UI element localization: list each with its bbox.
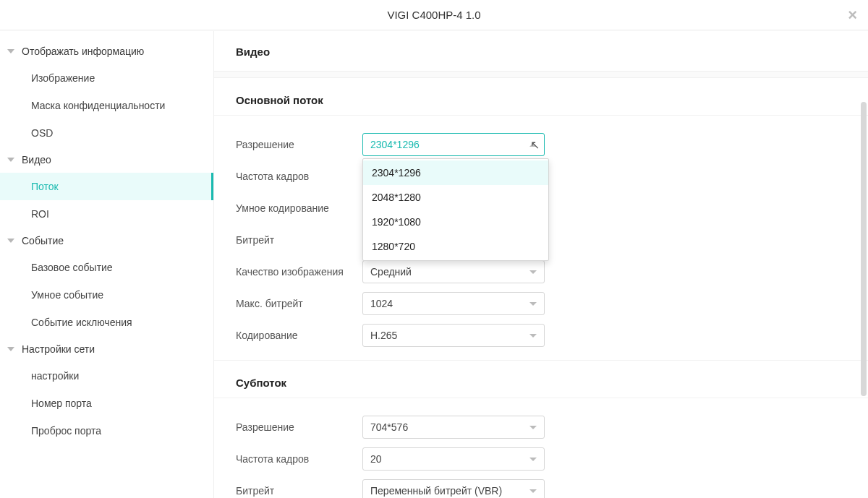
sub-stream-title: Субпоток [214,361,868,398]
sidebar-item-port[interactable]: Номер порта [0,390,213,417]
label-quality: Качество изображения [236,266,362,278]
nav-group-video[interactable]: Видео [0,147,213,173]
main-stream-form: Разрешение 2304*1296 ↖ 2304*1296 2048*12… [214,116,868,361]
select-max-bitrate-main[interactable]: 1024 [362,292,545,315]
sidebar-item-privacy-mask[interactable]: Маска конфиденциальности [0,92,213,119]
main-panel: Видео Основной поток Разрешение 2304*129… [214,31,868,498]
chevron-down-icon [529,489,537,493]
option-resolution[interactable]: 1280*720 [363,234,548,259]
chevron-down-icon [7,347,14,351]
content: Видео Основной поток Разрешение 2304*129… [214,31,868,498]
sub-stream-form: Разрешение 704*576 Частота кадров 20 [214,398,868,498]
sidebar-item-exception-event[interactable]: Событие исключения [0,309,213,336]
label-resolution: Разрешение [236,139,362,150]
label-resolution-sub: Разрешение [236,421,362,433]
select-value: 704*576 [370,421,408,433]
sidebar-item-port-forward[interactable]: Проброс порта [0,417,213,445]
sidebar-item-smart-event[interactable]: Умное событие [0,281,213,309]
sidebar-item-osd[interactable]: OSD [0,119,213,147]
option-resolution[interactable]: 2304*1296 [363,160,548,185]
page-title: Видео [214,31,868,71]
label-fps-sub: Частота кадров [236,453,362,465]
chevron-down-icon [529,302,537,306]
nav-group-label: Событие [22,235,64,246]
sidebar-item-settings[interactable]: настройки [0,362,213,390]
close-icon[interactable]: × [848,7,857,23]
nav-group-label: Отображать информацию [22,46,144,57]
label-bitrate: Битрейт [236,234,362,246]
option-resolution[interactable]: 1920*1080 [363,210,548,234]
label-max-bitrate: Макс. битрейт [236,298,362,309]
chevron-down-icon [529,458,537,461]
select-resolution-sub[interactable]: 704*576 [362,416,545,439]
select-encoding-main[interactable]: H.265 [362,324,545,347]
divider [214,71,868,78]
label-fps: Частота кадров [236,171,362,182]
select-fps-sub[interactable]: 20 [362,447,545,471]
body: Отображать информацию Изображение Маска … [0,30,868,498]
chevron-down-icon [7,49,14,53]
scrollbar[interactable] [861,102,867,494]
label-encoding: Кодирование [236,330,362,341]
chevron-up-icon [529,143,537,147]
scrollbar-thumb[interactable] [861,102,867,396]
nav-group-label: Видео [22,154,51,166]
select-quality-main[interactable]: Средний [362,260,545,283]
app-window: VIGI C400HP-4 1.0 × Отображать информаци… [0,0,868,498]
window-title: VIGI C400HP-4 1.0 [387,9,480,21]
chevron-down-icon [529,426,537,429]
chevron-down-icon [7,239,14,243]
sidebar-item-basic-event[interactable]: Базовое событие [0,254,213,281]
select-value: 20 [370,453,382,465]
nav-group-event[interactable]: Событие [0,228,213,254]
sidebar-item-roi[interactable]: ROI [0,200,213,228]
chevron-down-icon [529,270,537,274]
titlebar: VIGI C400HP-4 1.0 × [0,0,868,30]
sidebar-item-stream[interactable]: Поток [0,173,213,200]
select-value: Средний [370,266,412,278]
select-value: Переменный битрейт (VBR) [370,485,502,497]
select-value: 2304*1296 [370,139,420,150]
select-resolution-main[interactable]: 2304*1296 ↖ 2304*1296 2048*1280 1920*108… [362,133,545,156]
main-stream-title: Основной поток [214,78,868,116]
sidebar-item-image[interactable]: Изображение [0,64,213,92]
label-smart-coding: Умное кодирование [236,202,362,214]
chevron-down-icon [529,334,537,338]
select-value: 1024 [370,298,393,309]
sidebar: Отображать информацию Изображение Маска … [0,31,214,498]
select-value: H.265 [370,330,397,341]
select-bitrate-sub[interactable]: Переменный битрейт (VBR) [362,479,545,498]
chevron-down-icon [7,158,14,162]
nav-group-label: Настройки сети [22,343,95,355]
dropdown-resolution: 2304*1296 2048*1280 1920*1080 1280*720 [362,158,549,261]
nav-group-display-info[interactable]: Отображать информацию [0,38,213,64]
option-resolution[interactable]: 2048*1280 [363,185,548,210]
label-bitrate-sub: Битрейт [236,485,362,497]
nav-group-network[interactable]: Настройки сети [0,336,213,362]
